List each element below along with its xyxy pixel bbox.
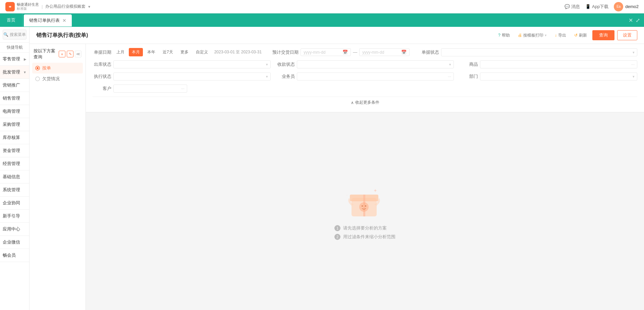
sidebar-item-operation[interactable]: 经营管理 — [0, 157, 29, 170]
date-custom[interactable]: 自定义 — [193, 48, 211, 56]
nav-dropdown-icon[interactable]: ▾ — [88, 4, 90, 9]
customer-input-wrap: ··· — [113, 85, 187, 93]
date-filter-group: 单据日期 上月 本月 本年 近7天 更多 自定义 2023-03-01 至 20… — [93, 48, 262, 56]
sidebar-item-system[interactable]: 系统管理 — [0, 184, 29, 196]
query-btn[interactable]: 查询 — [592, 30, 614, 40]
sidebar-item-sales[interactable]: 销售管理 — [0, 92, 29, 105]
expected-date-to[interactable]: yyyy-mm-dd 📅 — [359, 48, 410, 56]
date-more[interactable]: 更多 — [177, 48, 192, 56]
scheme-item-arrears[interactable]: 欠货情况 — [32, 73, 83, 84]
sidebar-item-enterprise[interactable]: 企业协同 — [0, 197, 29, 209]
scheme-collapse-btn[interactable]: ≪ — [75, 51, 82, 57]
sidebar-item-marketing[interactable]: 营销推广 — [0, 79, 29, 92]
sidebar-quick-nav[interactable]: 快捷导航 — [0, 43, 29, 53]
sidebar-item-newbie[interactable]: 新手引导 — [0, 210, 29, 222]
sidebar-item-member[interactable]: 畅会员 — [0, 249, 29, 262]
dual-panel: 按以下方案查询 + ✎ ≪ 按单 — [30, 44, 644, 310]
sidebar-item-wechat[interactable]: 企业微信 — [0, 236, 29, 249]
export-btn[interactable]: ↓ 导出 — [552, 31, 569, 40]
sidebar-item-finance[interactable]: 资金管理 — [0, 144, 29, 157]
help-btn[interactable]: ? 帮助 — [495, 31, 513, 40]
goods-label: 商品 — [459, 61, 478, 67]
svg-point-3 — [36, 77, 40, 81]
refresh-btn[interactable]: ↺ 刷新 — [572, 31, 590, 40]
sidebar-item-marketing-label: 营销推广 — [3, 82, 20, 88]
calendar-to-icon[interactable]: 📅 — [401, 50, 407, 55]
date-range-text: 2023-03-01 至 2023-03-31 — [214, 49, 262, 55]
sidebar-item-retail[interactable]: 零售管理 ▶ — [0, 53, 29, 65]
scheme-arrears-label: 欠货情况 — [42, 76, 60, 82]
logo-area: 畅捷通好生意 标准版 — [5, 2, 39, 11]
settings-btn[interactable]: 设置 — [617, 30, 637, 40]
scheme-add-btn[interactable]: + — [59, 51, 65, 57]
expected-date-label: 预计交货日期 — [272, 49, 299, 55]
message-btn[interactable]: 💬 消息 — [565, 4, 580, 10]
sidebar-item-basic[interactable]: 基础信息 — [0, 170, 29, 183]
svg-point-10 — [362, 205, 363, 207]
breadcrumb-separator: | — [42, 4, 43, 9]
tab-expand-btn[interactable]: ⤢ — [636, 17, 640, 23]
sidebar-section-finance: 资金管理 — [0, 144, 29, 157]
print-btn[interactable]: 🖨 按模板打印 ▾ — [515, 31, 549, 40]
sidebar: 🔍 搜索菜单 快捷导航 零售管理 ▶ 批发管理 ▼ 营销推广 — [0, 27, 30, 310]
ship-status-wrap — [113, 60, 271, 68]
empty-hint-1: 1 请先选择要分析的方案 — [334, 225, 395, 231]
tab-home[interactable]: 首页 — [0, 13, 22, 27]
exec-status-group: 执行状态 — [93, 72, 271, 81]
sidebar-search-btn[interactable]: 🔍 搜索菜单 — [3, 30, 26, 40]
collapse-filter-btn[interactable]: ∧ 收起更多条件 — [93, 97, 637, 108]
left-panel: 按以下方案查询 + ✎ ≪ 按单 — [30, 44, 86, 310]
sidebar-item-app-center[interactable]: 应用中心 — [0, 223, 29, 236]
exec-status-select[interactable] — [113, 72, 271, 81]
date-this-year[interactable]: 本年 — [144, 48, 158, 56]
customer-input[interactable] — [113, 85, 187, 93]
sidebar-section-purchase: 采购管理 — [0, 118, 29, 131]
sidebar-item-finance-label: 资金管理 — [3, 148, 20, 154]
date-this-month[interactable]: 本月 — [129, 48, 143, 56]
calendar-from-icon[interactable]: 📅 — [342, 50, 348, 55]
dept-select[interactable] — [480, 72, 637, 81]
status-filter-group: 单据状态 — [420, 48, 637, 56]
main-content: 单据日期 上月 本月 本年 近7天 更多 自定义 2023-03-01 至 20… — [86, 44, 644, 310]
tab-home-label: 首页 — [7, 17, 15, 23]
refresh-icon: ↺ — [574, 33, 578, 38]
payment-status-select[interactable] — [297, 60, 454, 68]
exec-status-label: 执行状态 — [93, 73, 111, 80]
status-select-wrap — [441, 48, 637, 56]
scheme-item-order[interactable]: 按单 — [32, 63, 83, 73]
avatar-text: Ea — [616, 5, 621, 8]
empty-svg: ✦ · — [343, 183, 387, 220]
scheme-order-icon — [35, 65, 40, 71]
sidebar-search-label: 搜索菜单 — [10, 32, 26, 38]
sidebar-item-system-label: 系统管理 — [3, 187, 20, 193]
goods-input[interactable] — [480, 60, 637, 68]
print-dropdown-icon[interactable]: ▾ — [545, 33, 547, 38]
tab-close-icon[interactable]: ✕ — [62, 18, 66, 23]
date-last-month[interactable]: 上月 — [113, 48, 127, 56]
scheme-edit-btn[interactable]: ✎ — [67, 51, 73, 57]
sidebar-item-wechat-label: 企业微信 — [3, 239, 20, 245]
username: demo2 — [625, 4, 639, 9]
expected-date-from[interactable]: yyyy-mm-dd 📅 — [301, 48, 351, 56]
scheme-order-label: 按单 — [42, 65, 51, 71]
date-last7[interactable]: 近7天 — [160, 48, 176, 56]
ship-status-select[interactable] — [113, 60, 271, 68]
status-select[interactable] — [441, 48, 637, 56]
svg-text:✦: ✦ — [373, 188, 377, 193]
salesman-input[interactable] — [297, 72, 454, 81]
app-download-btn[interactable]: 📱 App下载 — [585, 4, 608, 10]
sidebar-item-ecommerce[interactable]: 电商管理 — [0, 105, 29, 118]
user-area[interactable]: Ea demo2 — [614, 2, 639, 11]
sidebar-item-purchase-label: 采购管理 — [3, 121, 20, 127]
tab-close-window-btn[interactable]: ✕ — [629, 17, 633, 23]
sidebar-item-purchase[interactable]: 采购管理 — [0, 118, 29, 131]
tab-sales-order[interactable]: 销售订单执行表 ✕ — [24, 14, 72, 27]
date-label: 单据日期 — [93, 49, 111, 55]
top-header: 畅捷通好生意 标准版 | 办公用品行业模拟账套 ▾ 💬 消息 📱 App下载 E… — [0, 0, 644, 13]
sidebar-item-wholesale[interactable]: 批发管理 ▼ — [0, 66, 29, 79]
tab-sales-order-label: 销售订单执行表 — [29, 17, 60, 23]
sidebar-item-inventory[interactable]: 库存核算 — [0, 131, 29, 144]
collapse-label: 收起更多条件 — [355, 100, 379, 105]
logo-text: 畅捷通好生意 标准版 — [17, 2, 39, 11]
tab-bar-right: ✕ ⤢ — [629, 17, 644, 23]
